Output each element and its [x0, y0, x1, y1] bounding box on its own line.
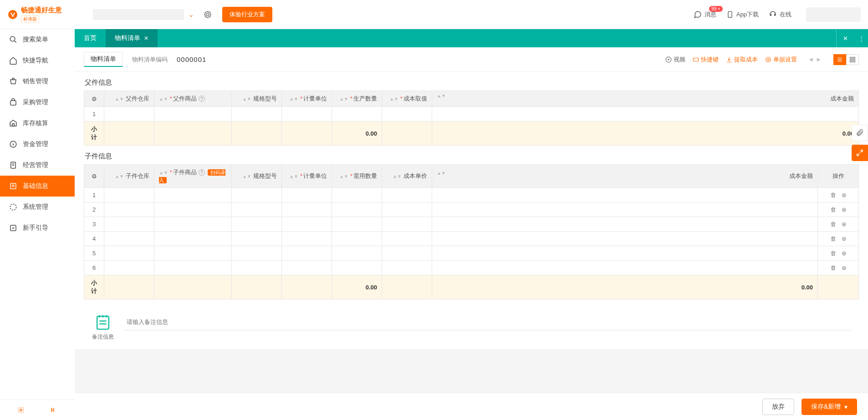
- row-add-icon[interactable]: ⊕: [842, 235, 847, 242]
- extract-icon: [726, 56, 732, 63]
- row-delete-icon[interactable]: 🗑: [830, 264, 836, 271]
- table-row[interactable]: 5🗑⊕: [84, 246, 859, 261]
- experience-cta-button[interactable]: 体验行业方案: [222, 7, 272, 22]
- row-delete-icon[interactable]: 🗑: [830, 250, 836, 257]
- sidebar-item-label: 采购管理: [23, 98, 48, 106]
- sidebar-item-finance[interactable]: ¥资金管理: [0, 134, 75, 155]
- col-child-spec[interactable]: ▲▼规格型号: [232, 165, 282, 188]
- purchase-icon: [9, 98, 17, 106]
- sidebar-item-sales[interactable]: 销售管理: [0, 71, 75, 92]
- col-parent-warehouse[interactable]: ▲▼父件仓库: [104, 91, 154, 107]
- sidebar-item-label: 系统管理: [23, 203, 48, 211]
- sidebar-item-business[interactable]: 经营管理: [0, 155, 75, 176]
- tab-home[interactable]: 首页: [75, 29, 106, 47]
- keyboard-icon: [693, 56, 699, 63]
- tabstrip-more-button[interactable]: ⋮: [854, 29, 868, 47]
- row-delete-icon[interactable]: 🗑: [830, 235, 836, 242]
- user-avatar-block[interactable]: [806, 7, 861, 22]
- col-child-warehouse[interactable]: ▲▼子件仓库: [104, 165, 154, 188]
- doc-code-value: 0000001: [177, 56, 206, 63]
- sidebar-item-quicknav[interactable]: 快捷导航: [0, 50, 75, 71]
- sidebar-collapse-icon[interactable]: [50, 407, 58, 413]
- parent-grid: ⚙ ▲▼父件仓库 ▲▼*父件商品? ▲▼规格型号 ▲▼*计量单位 ▲▼*生产数量…: [84, 91, 859, 146]
- subtotal-row: 小计0.000.00: [84, 275, 859, 299]
- action-video[interactable]: 视频: [665, 56, 685, 64]
- sidebar-item-label: 经营管理: [23, 161, 48, 169]
- svg-point-21: [768, 59, 770, 61]
- org-settings-button[interactable]: [202, 9, 213, 20]
- row-add-icon[interactable]: ⊕: [842, 192, 847, 198]
- col-parent-spec[interactable]: ▲▼规格型号: [232, 91, 282, 107]
- sidebar-item-system[interactable]: 系统管理: [0, 197, 75, 218]
- action-shortcut[interactable]: 快捷键: [693, 56, 719, 64]
- col-parent-qty[interactable]: ▲▼*生产数量: [332, 91, 382, 107]
- col-config-button[interactable]: ⚙: [84, 91, 104, 107]
- table-row[interactable]: 3🗑⊕: [84, 217, 859, 232]
- gear-icon: [765, 56, 771, 63]
- attachment-button[interactable]: [852, 125, 868, 141]
- discard-button[interactable]: 放弃: [762, 399, 794, 415]
- sidebar-item-search[interactable]: 搜索菜单: [0, 29, 75, 50]
- chevron-down-icon: ▾: [844, 403, 848, 410]
- help-icon[interactable]: ?: [199, 96, 205, 102]
- row-add-icon[interactable]: ⊕: [842, 250, 847, 257]
- online-support-button[interactable]: 在线: [769, 10, 791, 19]
- action-doc-setting[interactable]: 单据设置: [765, 56, 797, 64]
- row-delete-icon[interactable]: 🗑: [830, 192, 836, 198]
- online-label: 在线: [780, 10, 791, 19]
- row-delete-icon[interactable]: 🗑: [830, 221, 836, 228]
- col-child-amount[interactable]: ▲▼成本金额: [432, 165, 818, 188]
- sidebar-item-guide[interactable]: 新手引导: [0, 218, 75, 238]
- help-icon[interactable]: ?: [199, 169, 205, 176]
- table-row[interactable]: 6🗑⊕: [84, 261, 859, 275]
- view-list-button[interactable]: [833, 54, 846, 65]
- sidebar-item-basicinfo[interactable]: 基础信息: [0, 176, 75, 197]
- save-and-new-button[interactable]: 保存&新增▾: [802, 399, 857, 415]
- svg-text:¥: ¥: [12, 142, 15, 147]
- table-row[interactable]: 1🗑⊕: [84, 188, 859, 202]
- col-child-unitcost[interactable]: ▲▼成本单价: [382, 165, 432, 188]
- tab-close-icon[interactable]: ✕: [144, 35, 148, 41]
- tabstrip-close-button[interactable]: ✕: [836, 29, 854, 47]
- col-child-product[interactable]: ▲▼*子件商品?扫码录入: [154, 165, 232, 188]
- table-row[interactable]: 1: [84, 107, 859, 121]
- sidebar-item-inventory[interactable]: 库存核算: [0, 113, 75, 134]
- chat-icon: [694, 10, 702, 19]
- view-card-button[interactable]: [846, 54, 859, 65]
- svg-rect-27: [853, 57, 855, 59]
- row-add-icon[interactable]: ⊕: [842, 264, 847, 271]
- col-child-qty[interactable]: ▲▼*需用数量: [332, 165, 382, 188]
- next-doc-button[interactable]: ►: [816, 56, 822, 63]
- row-delete-icon[interactable]: 🗑: [830, 206, 836, 213]
- col-parent-amount[interactable]: ▲▼成本金额: [432, 91, 859, 107]
- sidebar-item-purchase[interactable]: 采购管理: [0, 92, 75, 113]
- col-parent-costmode[interactable]: ▲▼*成本取值: [382, 91, 432, 107]
- app-download-button[interactable]: App下载: [726, 10, 759, 19]
- table-row[interactable]: 4🗑⊕: [84, 232, 859, 246]
- sidebar: 搜索菜单 快捷导航 销售管理 采购管理 库存核算 ¥资金管理 经营管理 基础信息…: [0, 29, 75, 420]
- col-parent-unit[interactable]: ▲▼*计量单位: [282, 91, 332, 107]
- col-child-unit[interactable]: ▲▼*计量单位: [282, 165, 332, 188]
- child-grid: ⚙ ▲▼子件仓库 ▲▼*子件商品?扫码录入 ▲▼规格型号 ▲▼*计量单位 ▲▼*…: [84, 164, 859, 299]
- footer-actions: 放弃 保存&新增▾: [75, 393, 868, 420]
- prev-doc-button[interactable]: ◄: [808, 56, 814, 63]
- system-icon: [9, 203, 17, 211]
- messages-button[interactable]: 消息 99 +: [694, 10, 716, 19]
- sales-icon: [9, 77, 17, 86]
- search-icon: [9, 35, 17, 44]
- col-child-ops: 操作: [818, 165, 859, 188]
- brand-logo: 畅捷通好生意 标准版: [7, 6, 75, 23]
- col-config-button[interactable]: ⚙: [84, 165, 104, 188]
- col-parent-product[interactable]: ▲▼*父件商品?: [154, 91, 232, 107]
- row-add-icon[interactable]: ⊕: [842, 206, 847, 213]
- tab-bom[interactable]: 物料清单✕: [106, 29, 158, 47]
- remarks-input[interactable]: [125, 314, 851, 330]
- doc-tab[interactable]: 物料清单: [84, 52, 123, 67]
- org-selector[interactable]: ⌄: [93, 9, 198, 20]
- sidebar-settings-icon[interactable]: [17, 406, 25, 414]
- table-row[interactable]: 2🗑⊕: [84, 202, 859, 217]
- tabstrip: 首页 物料清单✕ ✕ ⋮: [75, 29, 868, 47]
- expand-button[interactable]: [852, 145, 868, 161]
- row-add-icon[interactable]: ⊕: [842, 221, 847, 228]
- action-extract-cost[interactable]: 提取成本: [726, 56, 758, 64]
